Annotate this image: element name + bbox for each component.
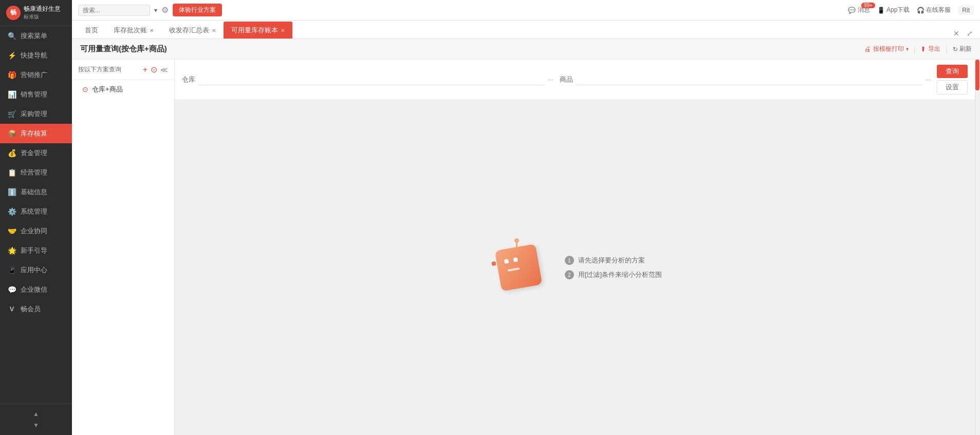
basics-icon: ℹ️ [7, 188, 16, 196]
service-icon: 🎧 [917, 7, 924, 14]
sidebar-item-label: 库存核算 [21, 129, 47, 138]
app-edition: 标准版 [24, 13, 61, 21]
tab-home[interactable]: 首页 [77, 22, 106, 39]
divider2: | [946, 45, 948, 53]
warehouse-input[interactable] [198, 74, 545, 85]
empty-state: 1 请先选择要分析的方案 2 用[过滤]条件来缩小分析范围 [175, 100, 975, 435]
hint-text-2: 用[过滤]条件来缩小分析范围 [578, 270, 662, 279]
warehouse-more-btn[interactable]: ··· [548, 76, 553, 83]
sidebar-item-shortcut[interactable]: ⚡ 快捷导航 [0, 46, 72, 65]
filter-item-warehouse-goods[interactable]: ⊙ 仓库+商品 [72, 80, 174, 99]
sidebar-item-search[interactable]: 🔍 搜索菜单 [0, 26, 72, 46]
app-info: 畅康通好生意 标准版 [24, 5, 61, 21]
export-label: 导出 [928, 45, 940, 53]
query-settings-btn[interactable]: 设置 [937, 80, 968, 94]
sidebar-item-basics[interactable]: ℹ️ 基础信息 [0, 182, 72, 202]
tab-batch-close[interactable]: ✕ [150, 28, 154, 33]
shortcut-icon: ⚡ [7, 51, 16, 60]
empty-hints: 1 请先选择要分析的方案 2 用[过滤]条件来缩小分析范围 [565, 256, 662, 279]
tab-available[interactable]: 可用量库存账本 ✕ [224, 22, 292, 39]
tab-summary[interactable]: 收发存汇总表 ✕ [161, 22, 224, 39]
sidebar-item-label: 应用中心 [21, 266, 47, 275]
purchase-icon: 🛒 [7, 110, 16, 118]
app-name: 畅康通好生意 [24, 5, 61, 13]
sidebar-header: 畅 畅康通好生意 标准版 [0, 0, 72, 26]
sidebar-item-label: 销售管理 [21, 90, 47, 99]
sidebar-item-inventory[interactable]: 📦 库存核算 [0, 124, 72, 143]
sidebar-item-label: 基础信息 [21, 187, 47, 197]
tab-batch-label: 库存批次账 [114, 26, 147, 35]
query-search-btn[interactable]: 查询 [937, 65, 968, 78]
tab-summary-close[interactable]: ✕ [212, 28, 216, 33]
topbar-dropdown-btn[interactable]: ▾ [154, 7, 157, 14]
tab-available-label: 可用量库存账本 [231, 26, 278, 35]
sidebar-item-collab[interactable]: 🤝 企业协同 [0, 221, 72, 241]
page-title: 可用量查询(按仓库+商品) [80, 44, 167, 54]
sidebar-scroll-up[interactable]: ▼ [0, 420, 72, 431]
tabs-close-window-btn[interactable]: ✕ [951, 28, 961, 39]
topbar-gear-icon[interactable]: ⚙ [161, 5, 169, 15]
sidebar-item-finance[interactable]: 💰 资金管理 [0, 143, 72, 163]
scrollbar-thumb[interactable] [975, 60, 979, 90]
sidebar-item-member[interactable]: V 畅会员 [0, 299, 72, 319]
topbar-message-btn[interactable]: 💬 消息 99+ [848, 6, 870, 14]
filter-item-icon: ⊙ [82, 85, 88, 93]
topbar-app-btn[interactable]: 📱 App下载 [877, 6, 910, 14]
service-label: 在线客服 [926, 6, 951, 14]
refresh-btn[interactable]: ↻ 刷新 [953, 45, 972, 53]
robot-illustration [495, 244, 543, 292]
tab-summary-label: 收发存汇总表 [169, 26, 209, 35]
print-dropdown-icon[interactable]: ▾ [906, 46, 909, 52]
page-header: 可用量查询(按仓库+商品) 🖨 按模板打印 ▾ | ⬆ 导出 | ↻ 刷新 [72, 39, 980, 60]
print-btn[interactable]: 🖨 按模板打印 ▾ [864, 45, 909, 53]
empty-illustration [488, 237, 549, 298]
tab-available-close[interactable]: ✕ [281, 28, 285, 33]
tabs-bar: 首页 库存批次账 ✕ 收发存汇总表 ✕ 可用量库存账本 ✕ ✕ ⤢ [72, 21, 980, 39]
tab-home-label: 首页 [85, 26, 98, 35]
sidebar-item-purchase[interactable]: 🛒 采购管理 [0, 104, 72, 124]
sidebar-scroll-down[interactable]: ▲ [0, 408, 72, 420]
sidebar-item-system[interactable]: ⚙️ 系统管理 [0, 202, 72, 221]
message-badge: 99+ [861, 3, 875, 8]
sidebar-item-appcenter[interactable]: 📱 应用中心 [0, 260, 72, 280]
filter-collapse-btn[interactable]: ≪ [160, 66, 168, 74]
export-btn[interactable]: ⬆ 导出 [920, 45, 940, 53]
tabs-expand-btn[interactable]: ⤢ [965, 28, 975, 39]
main-area: ▾ ⚙ 体验行业方案 💬 消息 99+ 📱 App下载 🎧 在线客服 Rit [72, 0, 980, 435]
robot-mouth [507, 268, 520, 272]
topbar-search-input[interactable] [78, 5, 150, 16]
goods-more-btn[interactable]: ··· [926, 76, 931, 83]
sidebar-item-sales[interactable]: 📊 销售管理 [0, 85, 72, 104]
sidebar-item-marketing[interactable]: 🎁 营销推广 [0, 65, 72, 85]
topbar-user-btn[interactable]: Rit [958, 6, 974, 15]
sidebar-item-guide[interactable]: 🌟 新手引导 [0, 241, 72, 260]
tab-batch[interactable]: 库存批次账 ✕ [106, 22, 161, 39]
filter-item-label: 仓库+商品 [92, 85, 123, 94]
operations-icon: 📋 [7, 168, 16, 177]
filter-settings-btn[interactable]: ⊙ [151, 65, 157, 74]
filter-add-btn[interactable]: + [143, 65, 147, 74]
right-scrollbar[interactable] [975, 60, 980, 435]
tabs-right: ✕ ⤢ [951, 28, 975, 39]
sales-icon: 📊 [7, 90, 16, 99]
warehouse-field: 仓库 ··· [182, 74, 553, 85]
robot-eye-left [504, 259, 509, 263]
filter-action-buttons: + ⊙ ≪ [143, 65, 168, 74]
sidebar-item-label: 企业微信 [21, 285, 47, 294]
print-label: 按模板打印 [873, 45, 904, 53]
filter-title: 按以下方案查询 [78, 65, 121, 74]
topbar-service-btn[interactable]: 🎧 在线客服 [917, 6, 951, 14]
sidebar-item-label: 经营管理 [21, 168, 47, 177]
topbar: ▾ ⚙ 体验行业方案 💬 消息 99+ 📱 App下载 🎧 在线客服 Rit [72, 0, 980, 21]
topbar-right: 💬 消息 99+ 📱 App下载 🎧 在线客服 Rit [848, 6, 974, 15]
robot-ear [491, 261, 496, 266]
sidebar-item-label: 营销推广 [21, 70, 47, 80]
refresh-icon: ↻ [953, 46, 958, 53]
finance-icon: 💰 [7, 149, 16, 157]
goods-input[interactable] [576, 74, 922, 85]
content-area: 按以下方案查询 + ⊙ ≪ ⊙ 仓库+商品 仓库 ··· [72, 60, 980, 435]
sidebar-item-wxwork[interactable]: 💬 企业微信 [0, 280, 72, 299]
sidebar-item-operations[interactable]: 📋 经营管理 [0, 163, 72, 182]
industry-btn[interactable]: 体验行业方案 [173, 4, 222, 16]
empty-hint-2: 2 用[过滤]条件来缩小分析范围 [565, 270, 662, 279]
